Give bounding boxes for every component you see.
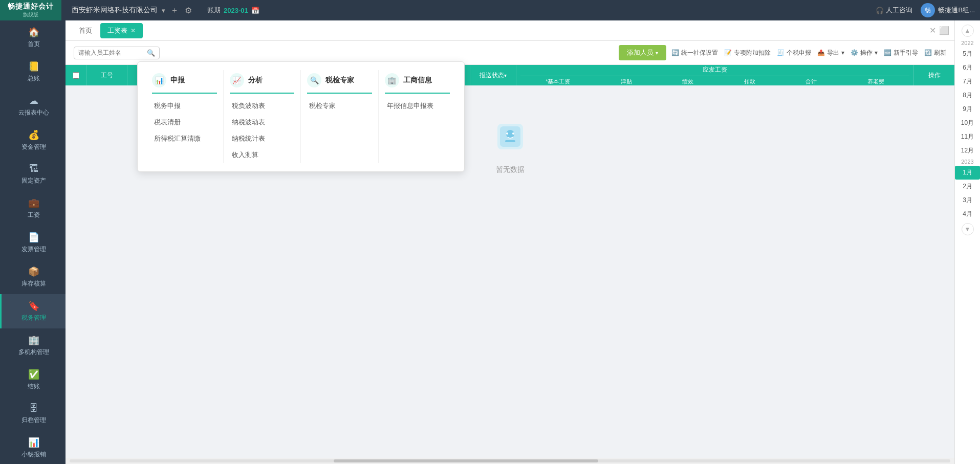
menu-item-tax-expert[interactable]: 税检专家 bbox=[307, 98, 372, 114]
window-close-icon[interactable]: ✕ bbox=[929, 26, 936, 35]
menu-item-tax-change[interactable]: 纳税波动表 bbox=[230, 114, 295, 130]
chevron-down-icon[interactable]: ▾ bbox=[162, 7, 165, 14]
timeline-month-2[interactable]: 2月 bbox=[955, 180, 980, 193]
th-performance: 绩效 bbox=[682, 78, 693, 85]
tab-home[interactable]: 首页 bbox=[71, 23, 100, 38]
sidebar-item-ledger[interactable]: 📒 总账 bbox=[0, 55, 66, 89]
timeline-month-12[interactable]: 12月 bbox=[955, 144, 980, 158]
sidebar-item-checkout[interactable]: ✅ 结账 bbox=[0, 363, 66, 397]
menu-item-tax-table[interactable]: 税表清册 bbox=[152, 114, 217, 130]
timeline-month-1[interactable]: 1月 bbox=[955, 166, 980, 180]
sidebar: 🏠 首页 📒 总账 ☁ 云报表中心 💰 资金管理 🏗 固定资产 💼 工资 📄 发… bbox=[0, 20, 66, 464]
svg-rect-3 bbox=[505, 140, 515, 142]
sidebar-item-reports[interactable]: ☁ 云报表中心 bbox=[0, 89, 66, 123]
main-layout: 🏠 首页 📒 总账 ☁ 云报表中心 💰 资金管理 🏗 固定资产 💼 工资 📄 发… bbox=[0, 20, 980, 464]
th-submit-status[interactable]: 报送状态 ▾ bbox=[470, 65, 516, 85]
sidebar-item-assets[interactable]: 🏗 固定资产 bbox=[0, 158, 66, 191]
timeline-month-11[interactable]: 11月 bbox=[955, 130, 980, 144]
sidebar-item-tax[interactable]: 🔖 税务管理 bbox=[0, 294, 66, 328]
sidebar-item-inventory[interactable]: 📦 库存核算 bbox=[0, 260, 66, 294]
sidebar-item-payroll[interactable]: 💼 工资 bbox=[0, 191, 66, 226]
th-checkbox[interactable] bbox=[66, 65, 86, 85]
calendar-icon[interactable]: 📅 bbox=[251, 7, 259, 14]
timeline-down-nav[interactable]: ▼ bbox=[962, 223, 974, 235]
top-header: 畅捷通好会计 旗舰版 西安虾米网络科技有限公司 ▾ ＋ ⚙ 账期 2023-01… bbox=[0, 0, 980, 20]
section-title-analysis: 分析 bbox=[248, 76, 263, 85]
action-operations[interactable]: ⚙️ 操作 ▾ bbox=[851, 49, 878, 57]
timeline-month-6[interactable]: 6月 bbox=[955, 61, 980, 75]
menu-item-tax-settlement[interactable]: 所得税汇算清缴 bbox=[152, 130, 217, 147]
menu-item-tax-filing[interactable]: 税务申报 bbox=[152, 98, 217, 114]
archive-icon: 🗄 bbox=[29, 403, 38, 414]
th-deductions: 扣款 bbox=[744, 78, 755, 85]
service-label: 人工咨询 bbox=[886, 6, 912, 15]
social-icon: 🔄 bbox=[671, 49, 679, 56]
sidebar-item-report[interactable]: 📊 小畅报销 bbox=[0, 431, 66, 464]
headset-icon: 🎧 bbox=[876, 7, 884, 14]
filing-section-icon: 📊 bbox=[152, 73, 166, 87]
period-label: 账期 bbox=[207, 6, 221, 15]
add-person-label: 添加人员 bbox=[627, 48, 654, 57]
logo-subtitle: 旗舰版 bbox=[23, 11, 38, 18]
tab-salary-table[interactable]: 工资表 ✕ bbox=[100, 23, 143, 38]
assets-icon: 🏗 bbox=[29, 164, 38, 174]
export-arrow-icon: ▾ bbox=[841, 49, 844, 56]
action-social-insurance[interactable]: 🔄 统一社保设置 bbox=[671, 49, 718, 57]
action-export-label: 导出 bbox=[827, 49, 839, 57]
add-person-button[interactable]: 添加人员 ▾ bbox=[619, 45, 666, 60]
th-employee-id: 工号 bbox=[86, 65, 127, 85]
action-refresh[interactable]: 🔃 刷新 bbox=[924, 49, 946, 57]
sidebar-item-funds[interactable]: 💰 资金管理 bbox=[0, 123, 66, 158]
timeline-month-3[interactable]: 3月 bbox=[955, 193, 980, 207]
timeline-up-nav[interactable]: ▲ bbox=[962, 25, 974, 37]
user-service[interactable]: 🎧 人工咨询 bbox=[876, 6, 912, 15]
menu-item-annual-report[interactable]: 年报信息申报表 bbox=[385, 98, 450, 114]
menu-item-tax-burden[interactable]: 税负波动表 bbox=[230, 98, 295, 114]
scrollbar-thumb[interactable] bbox=[334, 459, 598, 462]
add-icon[interactable]: ＋ bbox=[170, 5, 179, 16]
timeline-month-5[interactable]: 5月 bbox=[955, 47, 980, 61]
operations-icon: ⚙️ bbox=[851, 49, 858, 56]
select-all-checkbox[interactable] bbox=[73, 72, 79, 79]
logo-area: 畅捷通好会计 旗舰版 bbox=[0, 0, 61, 20]
action-export[interactable]: 📤 导出 ▾ bbox=[817, 49, 844, 57]
company-select-area[interactable]: 西安虾米网络科技有限公司 ▾ bbox=[72, 6, 165, 15]
settings-icon[interactable]: ⚙ bbox=[185, 6, 192, 15]
window-restore-icon[interactable]: ⬜ bbox=[939, 26, 949, 35]
menu-item-income-calc[interactable]: 收入测算 bbox=[230, 147, 295, 163]
section-title-expert: 税检专家 bbox=[325, 76, 354, 85]
action-guide[interactable]: 🆕 新手引导 bbox=[884, 49, 918, 57]
sidebar-item-archive[interactable]: 🗄 归档管理 bbox=[0, 397, 66, 431]
expert-section-icon: 🔍 bbox=[307, 73, 321, 87]
report-icon: 📊 bbox=[28, 437, 39, 448]
inventory-icon: 📦 bbox=[28, 266, 39, 277]
section-title-business: 工商信息 bbox=[403, 76, 432, 85]
tax-icon: 🔖 bbox=[28, 300, 39, 312]
timeline-month-4[interactable]: 4月 bbox=[955, 207, 980, 221]
sidebar-item-multi-org[interactable]: 🏢 多机构管理 bbox=[0, 328, 66, 363]
menu-item-tax-stats[interactable]: 纳税统计表 bbox=[230, 130, 295, 147]
toolbar-actions: 🔄 统一社保设置 📝 专项附加扣除 🧾 个税申报 📤 导出 ▾ ⚙️ bbox=[671, 49, 946, 57]
sidebar-item-home[interactable]: 🏠 首页 bbox=[0, 20, 66, 55]
action-special-deduction[interactable]: 📝 专项附加扣除 bbox=[724, 49, 771, 57]
avatar-area[interactable]: 畅 畅捷通B组... bbox=[921, 3, 975, 17]
operations-arrow-icon: ▾ bbox=[875, 49, 878, 56]
timeline-month-8[interactable]: 8月 bbox=[955, 89, 980, 102]
svg-point-5 bbox=[512, 132, 514, 135]
tab-close-icon[interactable]: ✕ bbox=[130, 27, 136, 34]
timeline-month-9[interactable]: 9月 bbox=[955, 102, 980, 116]
action-tax-filing[interactable]: 🧾 个税申报 bbox=[777, 49, 811, 57]
section-header-business: 🏢 工商信息 bbox=[385, 70, 450, 94]
sidebar-item-assets-label: 固定资产 bbox=[21, 176, 46, 185]
export-icon: 📤 bbox=[817, 49, 825, 56]
search-input[interactable] bbox=[78, 49, 145, 56]
timeline-month-10[interactable]: 10月 bbox=[955, 116, 980, 130]
horizontal-scrollbar[interactable] bbox=[66, 458, 954, 464]
sidebar-item-invoices[interactable]: 📄 发票管理 bbox=[0, 226, 66, 260]
action-tax-label: 个税申报 bbox=[787, 49, 811, 57]
reports-icon: ☁ bbox=[29, 95, 38, 106]
th-operations: 操作 bbox=[913, 65, 954, 85]
timeline-month-7[interactable]: 7月 bbox=[955, 75, 980, 89]
search-container[interactable]: 🔍 bbox=[74, 47, 160, 59]
action-guide-label: 新手引导 bbox=[894, 49, 918, 57]
